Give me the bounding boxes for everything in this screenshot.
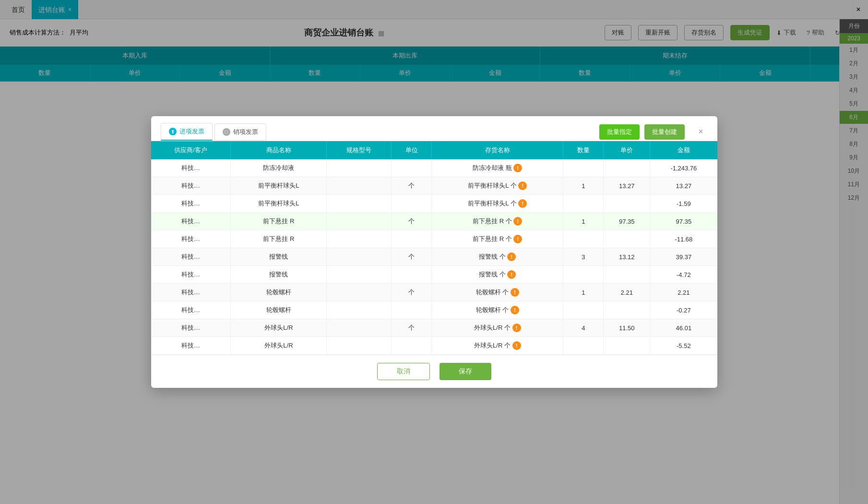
cell-quantity — [563, 230, 604, 248]
cell-supplier: 科技… — [151, 319, 231, 337]
cell-inventory: 外球头L/R 个 ! — [432, 319, 563, 337]
table-row: 科技… 外球头L/R 外球头L/R 个 ! -5.52 — [151, 337, 717, 355]
cell-supplier: 科技… — [151, 230, 231, 248]
warning-icon: ! — [512, 324, 521, 332]
modal-header: ⬆ 进项发票 □ 销项发票 批量指定 批量创建 × — [151, 116, 717, 141]
cell-supplier: 科技… — [151, 159, 231, 177]
cell-spec — [327, 337, 392, 355]
table-row: 科技… 轮毂螺杆 个 轮毂螺杆 个 ! 1 2.21 2.21 — [151, 284, 717, 301]
cell-inventory: 前下悬挂 R 个 ! — [432, 230, 563, 248]
cell-unit — [392, 301, 432, 319]
save-button[interactable]: 保存 — [440, 363, 491, 380]
cancel-button[interactable]: 取消 — [377, 363, 430, 380]
cell-quantity — [563, 266, 604, 284]
warning-icon: ! — [512, 341, 521, 350]
cell-amount: -4.72 — [650, 266, 717, 284]
cell-amount: 39.37 — [650, 248, 717, 266]
warning-icon: ! — [511, 288, 519, 297]
cell-amount: -5.52 — [650, 337, 717, 355]
invoice-table: 供应商/客户 商品名称 规格型号 单位 存货名称 数量 单价 金额 — [151, 141, 717, 355]
col-product: 商品名称 — [231, 141, 327, 159]
cell-supplier: 科技… — [151, 284, 231, 301]
cell-unit: 个 — [392, 213, 432, 230]
warning-icon: ! — [513, 164, 522, 172]
cell-unit-price: 13.27 — [604, 177, 650, 195]
tab-sales-invoice[interactable]: □ 销项发票 — [214, 123, 266, 141]
warning-icon: ! — [513, 235, 522, 243]
cell-unit — [392, 195, 432, 213]
cell-spec — [327, 159, 392, 177]
cell-product: 前下悬挂 R — [231, 230, 327, 248]
cell-supplier: 科技… — [151, 177, 231, 195]
cell-unit-price: 11.50 — [604, 319, 650, 337]
col-spec: 规格型号 — [327, 141, 392, 159]
cell-unit — [392, 159, 432, 177]
cell-spec — [327, 213, 392, 230]
col-unit: 单位 — [392, 141, 432, 159]
cell-product: 前平衡杆球头L — [231, 177, 327, 195]
table-row: 科技… 报警线 个 报警线 个 ! 3 13.12 39.37 — [151, 248, 717, 266]
modal-dialog: ⬆ 进项发票 □ 销项发票 批量指定 批量创建 × — [151, 116, 717, 388]
cell-amount: -1,243.76 — [650, 159, 717, 177]
table-row: 科技… 前平衡杆球头L 前平衡杆球头L 个 ! -1.59 — [151, 195, 717, 213]
cell-amount: -11.68 — [650, 230, 717, 248]
cell-unit: 个 — [392, 177, 432, 195]
cell-inventory: 前平衡杆球头L 个 ! — [432, 195, 563, 213]
cell-supplier: 科技… — [151, 301, 231, 319]
cell-amount: 46.01 — [650, 319, 717, 337]
batch-create-button[interactable]: 批量创建 — [644, 124, 685, 140]
purchase-tab-icon: ⬆ — [169, 128, 177, 135]
cell-product: 外球头L/R — [231, 337, 327, 355]
cell-quantity — [563, 195, 604, 213]
cell-unit-price — [604, 266, 650, 284]
tab-purchase-invoice[interactable]: ⬆ 进项发票 — [161, 123, 213, 141]
cell-quantity — [563, 337, 604, 355]
cell-inventory: 轮毂螺杆 个 ! — [432, 284, 563, 301]
cell-unit-price — [604, 195, 650, 213]
cell-quantity: 1 — [563, 284, 604, 301]
cell-unit-price: 13.12 — [604, 248, 650, 266]
cell-quantity — [563, 301, 604, 319]
table-row: 科技… 前下悬挂 R 前下悬挂 R 个 ! -11.68 — [151, 230, 717, 248]
modal-table-wrap[interactable]: 供应商/客户 商品名称 规格型号 单位 存货名称 数量 单价 金额 — [151, 141, 717, 355]
modal-overlay: ⬆ 进项发票 □ 销项发票 批量指定 批量创建 × — [0, 19, 868, 504]
cell-inventory: 前下悬挂 R 个 ! — [432, 213, 563, 230]
cell-supplier: 科技… — [151, 195, 231, 213]
cell-product: 前平衡杆球头L — [231, 195, 327, 213]
cell-supplier: 科技… — [151, 248, 231, 266]
cell-unit — [392, 230, 432, 248]
cell-amount: 13.27 — [650, 177, 717, 195]
table-row: 科技… 防冻冷却液 防冻冷却液 瓶 ! -1,243.76 — [151, 159, 717, 177]
cell-unit-price: 2.21 — [604, 284, 650, 301]
cell-spec — [327, 266, 392, 284]
warning-icon: ! — [507, 270, 516, 279]
table-row: 科技… 报警线 报警线 个 ! -4.72 — [151, 266, 717, 284]
cell-unit — [392, 337, 432, 355]
cell-inventory: 防冻冷却液 瓶 ! — [432, 159, 563, 177]
modal-close-button[interactable]: × — [694, 125, 708, 139]
cell-supplier: 科技… — [151, 337, 231, 355]
cell-spec — [327, 301, 392, 319]
warning-icon: ! — [511, 306, 519, 314]
cell-spec — [327, 195, 392, 213]
cell-supplier: 科技… — [151, 213, 231, 230]
table-row: 科技… 轮毂螺杆 轮毂螺杆 个 ! -0.27 — [151, 301, 717, 319]
cell-amount: 2.21 — [650, 284, 717, 301]
warning-icon: ! — [518, 181, 527, 190]
col-unit-price: 单价 — [604, 141, 650, 159]
cell-product: 外球头L/R — [231, 319, 327, 337]
cell-quantity: 1 — [563, 213, 604, 230]
batch-assign-button[interactable]: 批量指定 — [599, 124, 640, 140]
cell-inventory: 报警线 个 ! — [432, 266, 563, 284]
cell-product: 轮毂螺杆 — [231, 284, 327, 301]
cell-inventory: 轮毂螺杆 个 ! — [432, 301, 563, 319]
cell-spec — [327, 177, 392, 195]
cell-quantity: 3 — [563, 248, 604, 266]
cell-product: 前下悬挂 R — [231, 213, 327, 230]
table-header-row: 供应商/客户 商品名称 规格型号 单位 存货名称 数量 单价 金额 — [151, 141, 717, 159]
tab-purchase-label: 进项发票 — [179, 127, 204, 136]
cell-product: 报警线 — [231, 248, 327, 266]
cell-unit-price — [604, 337, 650, 355]
table-row: 科技… 前平衡杆球头L 个 前平衡杆球头L 个 ! 1 13.27 13.27 — [151, 177, 717, 195]
tab-sales-label: 销项发票 — [233, 128, 258, 136]
